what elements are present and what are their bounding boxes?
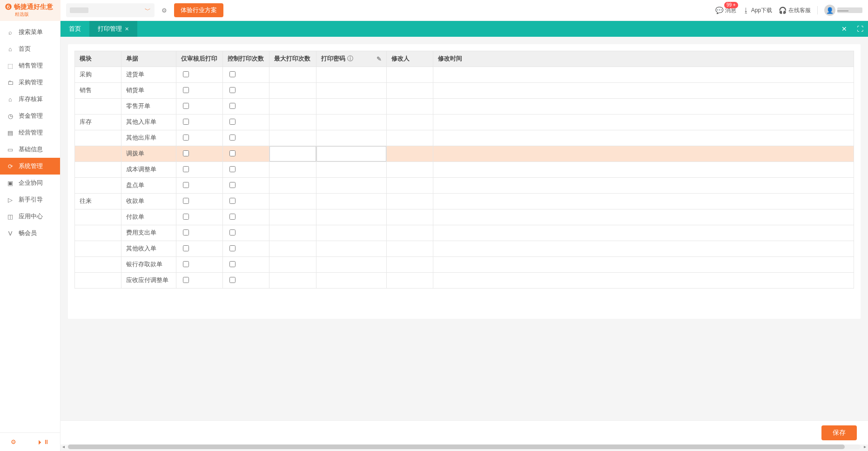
tab-close-all-button[interactable]: ✕	[836, 21, 852, 37]
app-download-link[interactable]: ⭳ App下载	[743, 7, 772, 14]
checkbox-control-count[interactable]	[229, 198, 236, 204]
sidebar-item-search[interactable]: ⌕搜索菜单	[0, 24, 60, 40]
checkbox-audit-only[interactable]	[183, 87, 189, 93]
checkbox-control-count[interactable]	[229, 166, 236, 172]
cell-print-password[interactable]	[316, 114, 386, 130]
edit-column-icon[interactable]: ✎	[377, 55, 382, 62]
cell-print-password[interactable]	[316, 146, 386, 162]
cell-print-password[interactable]	[316, 83, 386, 99]
cell-print-password[interactable]	[316, 178, 386, 194]
save-button[interactable]: 保存	[821, 425, 857, 440]
settings-gear-button[interactable]: ⚙	[158, 4, 170, 16]
checkbox-control-count[interactable]	[229, 150, 236, 156]
cell-print-password[interactable]	[316, 241, 386, 257]
cell-max-count[interactable]	[269, 257, 316, 273]
sidebar-item-purchase[interactable]: 🗀采购管理	[0, 74, 60, 91]
user-menu[interactable]: 👤 ——	[824, 5, 862, 16]
checkbox-audit-only[interactable]	[183, 103, 189, 109]
checkbox-audit-only[interactable]	[183, 166, 189, 172]
cell-max-count[interactable]	[269, 99, 316, 114]
checkbox-audit-only[interactable]	[183, 135, 189, 141]
checkbox-audit-only[interactable]	[183, 71, 189, 77]
checkbox-control-count[interactable]	[229, 261, 236, 267]
scrollbar-thumb[interactable]	[68, 444, 845, 449]
close-icon[interactable]: ✕	[125, 26, 129, 32]
sidebar-item-collab[interactable]: ▣企业协同	[0, 175, 60, 191]
checkbox-control-count[interactable]	[229, 277, 236, 283]
horizontal-scrollbar[interactable]: ◂ ▸	[68, 444, 861, 449]
checkbox-control-count[interactable]	[229, 182, 236, 188]
support-link[interactable]: 🎧 在线客服	[779, 7, 811, 14]
industry-plan-button[interactable]: 体验行业方案	[174, 3, 223, 17]
checkbox-control-count[interactable]	[229, 135, 236, 141]
sidebar-item-basic[interactable]: ▭基础信息	[0, 141, 60, 158]
tab-fullscreen-button[interactable]: ⛶	[852, 21, 868, 37]
cell-max-count[interactable]	[269, 162, 316, 178]
cell-max-count[interactable]	[269, 273, 316, 289]
checkbox-control-count[interactable]	[229, 245, 236, 251]
scroll-right-icon[interactable]: ▸	[864, 444, 866, 449]
help-icon[interactable]: ⓘ	[347, 55, 353, 63]
sidebar-item-home[interactable]: ⌂首页	[0, 40, 60, 57]
checkbox-audit-only[interactable]	[183, 214, 189, 220]
cell-print-password[interactable]	[316, 162, 386, 178]
sidebar-item-sales[interactable]: ⬚销售管理	[0, 57, 60, 74]
cell-modified-by	[386, 67, 433, 83]
cell-max-count[interactable]	[269, 225, 316, 241]
cell-max-count[interactable]	[269, 178, 316, 194]
table-row: 零售开单	[75, 99, 854, 114]
cell-max-count[interactable]	[269, 241, 316, 257]
sidebar-item-vip[interactable]: V畅会员	[0, 225, 60, 242]
table-row: 盘点单	[75, 178, 854, 194]
scroll-left-icon[interactable]: ◂	[62, 444, 65, 449]
cell-max-count[interactable]	[269, 194, 316, 209]
cell-max-count[interactable]	[269, 67, 316, 83]
org-selector[interactable]: —— ﹀	[66, 3, 155, 17]
sidebar-settings-icon[interactable]: ⚙	[11, 438, 16, 445]
checkbox-control-count[interactable]	[229, 103, 236, 109]
cell-print-password[interactable]	[316, 225, 386, 241]
checkbox-audit-only[interactable]	[183, 182, 189, 188]
checkbox-audit-only[interactable]	[183, 119, 189, 125]
cell-print-password[interactable]	[316, 99, 386, 114]
collab-icon: ▣	[7, 180, 14, 187]
checkbox-audit-only[interactable]	[183, 245, 189, 251]
cell-print-password[interactable]	[316, 67, 386, 83]
checkbox-audit-only[interactable]	[183, 150, 189, 156]
checkbox-audit-only[interactable]	[183, 277, 189, 283]
cell-print-password[interactable]	[316, 194, 386, 209]
checkbox-control-count[interactable]	[229, 87, 236, 93]
cell-max-count[interactable]	[269, 130, 316, 146]
tab-home[interactable]: 首页	[61, 21, 89, 37]
checkbox-control-count[interactable]	[229, 214, 236, 220]
checkbox-audit-only[interactable]	[183, 229, 189, 236]
basic-icon: ▭	[7, 146, 14, 153]
checkbox-control-count[interactable]	[229, 71, 236, 77]
sidebar-item-business[interactable]: ▤经营管理	[0, 124, 60, 141]
guide-icon: ▷	[7, 196, 14, 203]
cell-max-count[interactable]	[269, 209, 316, 225]
cell-max-count[interactable]	[269, 83, 316, 99]
search-icon: ⌕	[7, 29, 14, 36]
cell-print-password[interactable]	[316, 257, 386, 273]
cell-module	[75, 273, 121, 289]
sidebar-item-system[interactable]: ⟳系统管理	[0, 158, 60, 175]
sidebar-item-finance[interactable]: ◷资金管理	[0, 108, 60, 124]
messages-link[interactable]: 💬 消息 99 +	[715, 7, 736, 14]
cell-max-count[interactable]	[269, 114, 316, 130]
tab-print[interactable]: 打印管理✕	[89, 21, 137, 37]
sidebar-item-inventory[interactable]: ⌂库存核算	[0, 91, 60, 108]
sidebar-collapse-icon[interactable]: ⏵⏸	[37, 438, 49, 445]
cell-print-password[interactable]	[316, 130, 386, 146]
checkbox-control-count[interactable]	[229, 119, 236, 125]
sidebar-item-appcenter[interactable]: ◫应用中心	[0, 208, 60, 225]
checkbox-control-count[interactable]	[229, 229, 236, 236]
checkbox-audit-only[interactable]	[183, 261, 189, 267]
checkbox-audit-only[interactable]	[183, 198, 189, 204]
cell-max-count[interactable]	[269, 146, 316, 162]
sidebar-item-label: 畅会员	[19, 229, 37, 237]
sidebar-item-label: 新手引导	[19, 195, 43, 204]
cell-print-password[interactable]	[316, 209, 386, 225]
sidebar-item-guide[interactable]: ▷新手引导	[0, 191, 60, 208]
cell-print-password[interactable]	[316, 273, 386, 289]
